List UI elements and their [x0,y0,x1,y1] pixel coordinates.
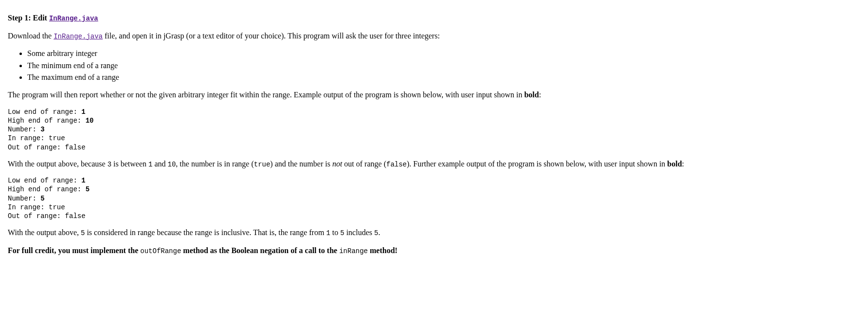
intro-paragraph: Download the InRange.java file, and open… [8,31,860,42]
ex1-l1-label: Low end of range: [8,108,81,116]
p3-t3: and [152,160,167,168]
list-item: The minimum end of a range [27,60,860,71]
intro-post: file, and open it in jGrasp (or a text e… [103,32,440,40]
requirements-list: Some arbitrary integer The minimum end o… [8,48,860,83]
p3-b1: bold [667,160,682,168]
p4-c2: 1 [326,229,330,237]
p3-c1: 3 [108,161,111,168]
para2-post: : [539,91,541,99]
ex2-l1-label: Low end of range: [8,177,81,184]
p5-b1: For full credit, you must implement the [8,246,140,255]
p4-t2: is considered in range because the range… [85,228,326,237]
ex2-l1-input: 1 [81,177,85,184]
p5-b2: method as the Boolean negation of a call… [181,246,339,255]
p4-t4: includes [344,228,374,237]
p3-i1: not [332,160,342,168]
p3-c5: false [386,161,407,168]
ex2-l4: In range: true [8,203,65,211]
ex1-l1-input: 1 [81,108,85,116]
file-link-inrange[interactable]: InRange.java [49,15,98,22]
p3-t4: , the number is in range ( [176,160,253,168]
description-paragraph: The program will then report whether or … [8,90,860,100]
ex1-l3-input: 3 [40,126,44,133]
list-item: Some arbitrary integer [27,48,860,59]
ex2-l5: Out of range: false [8,212,86,220]
ex2-l3-label: Number: [8,195,40,202]
ex1-l2-label: High end of range: [8,117,86,125]
p3-t8: : [682,160,684,168]
p5-c2: inRange [339,247,368,255]
p4-t1: With the output above, [8,228,81,237]
p4-t5: . [378,228,380,237]
ex2-l3-input: 5 [40,195,44,202]
example-output-1: Low end of range: 1 High end of range: 1… [8,108,860,152]
p3-t2: is between [111,160,148,168]
step-label: Step 1: Edit [8,14,49,22]
p4-t3: to [330,228,340,237]
p3-t7: ). Further example output of the program… [407,160,667,168]
p3-c3: 10 [168,161,176,168]
p5-b3: method! [368,246,398,255]
p3-t1: With the output above, because [8,160,108,168]
p3-c4: true [254,161,271,168]
ex1-l2-input: 10 [86,117,94,125]
example-output-2: Low end of range: 1 High end of range: 5… [8,176,860,220]
ex1-l3-label: Number: [8,126,40,133]
file-link-inrange-2[interactable]: InRange.java [54,33,103,40]
p3-t6: out of range ( [342,160,386,168]
ex2-l2-label: High end of range: [8,185,86,193]
ex1-l5: Out of range: false [8,144,86,151]
para2-pre: The program will then report whether or … [8,91,524,99]
credit-paragraph: For full credit, you must implement the … [8,245,860,256]
p5-c1: outOfRange [140,247,181,255]
explanation-paragraph-2: With the output above, 5 is considered i… [8,227,860,238]
ex1-l4: In range: true [8,134,65,142]
p4-c3: 5 [340,229,344,237]
p3-t5: ) and the number is [270,160,332,168]
step-header: Step 1: Edit InRange.java [8,13,860,24]
list-item: The maximum end of a range [27,72,860,83]
explanation-paragraph-1: With the output above, because 3 is betw… [8,159,860,170]
para2-bold: bold [524,91,539,99]
ex2-l2-input: 5 [86,185,90,193]
intro-pre: Download the [8,32,54,40]
